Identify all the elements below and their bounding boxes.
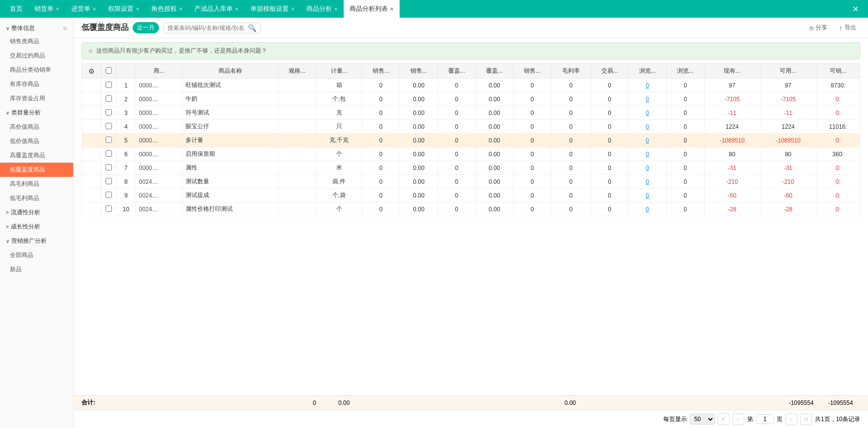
sidebar-collapse-btn[interactable]: «	[61, 24, 69, 32]
sidebar-item-category-rate[interactable]: 商品分类动销率	[0, 63, 73, 77]
col-unit[interactable]: 计量...	[316, 64, 362, 79]
last-page-btn[interactable]: N	[800, 413, 812, 425]
cell-browse1[interactable]: 0	[628, 120, 666, 134]
sidebar-item-new-goods[interactable]: 新品	[0, 262, 73, 277]
nav-close-product-analysis[interactable]: ✕	[334, 6, 338, 12]
col-cover1[interactable]: 覆盖...	[437, 64, 475, 79]
row-checkbox-1[interactable]	[106, 95, 112, 102]
sidebar-item-traded-goods[interactable]: 交易过的商品	[0, 49, 73, 63]
cell-browse1[interactable]: 0	[628, 92, 666, 106]
sidebar-item-in-stock[interactable]: 有库存商品	[0, 77, 73, 91]
nav-item-home[interactable]: 首页	[4, 0, 28, 18]
nav-close-purchase[interactable]: ✕	[92, 6, 96, 12]
col-spec[interactable]: 规格...	[278, 64, 316, 79]
share-button[interactable]: ⎋ 分享	[806, 22, 831, 34]
col-sales1[interactable]: 销售...	[362, 64, 400, 79]
cell-checkbox[interactable]	[102, 134, 116, 147]
sidebar-item-high-profit[interactable]: 高毛利商品	[0, 177, 73, 191]
cell-browse1[interactable]: 0	[628, 79, 666, 92]
sidebar-section-growth[interactable]: > 成长性分析	[0, 220, 73, 234]
col-code[interactable]: 商...	[136, 64, 183, 79]
cell-browse1[interactable]: 0	[628, 161, 666, 175]
next-page-btn[interactable]: >	[786, 413, 797, 425]
row-checkbox-0[interactable]	[106, 82, 112, 88]
sidebar-item-low-profit[interactable]: 低毛利商品	[0, 191, 73, 205]
nav-item-product-entry[interactable]: 产成品入库单 ✕	[189, 0, 244, 18]
cell-browse1[interactable]: 0	[628, 106, 666, 120]
settings-icon[interactable]: ⚙	[88, 67, 95, 75]
row-checkbox-5[interactable]	[106, 150, 112, 157]
cell-browse1[interactable]: 0	[628, 147, 666, 161]
select-all-checkbox[interactable]	[106, 67, 112, 74]
nav-item-permission[interactable]: 权限设置 ✕	[102, 0, 145, 18]
prev-page-btn[interactable]: <	[732, 413, 744, 425]
nav-item-template[interactable]: 单据模板设置 ✕	[244, 0, 300, 18]
cell-checkbox[interactable]	[102, 106, 116, 120]
col-browse2[interactable]: 浏览...	[666, 64, 704, 79]
search-icon[interactable]: 🔍	[248, 24, 256, 32]
nav-item-purchase[interactable]: 进货单 ✕	[65, 0, 102, 18]
nav-close-permission[interactable]: ✕	[136, 6, 139, 12]
col-gross-rate[interactable]: 毛利率	[551, 64, 591, 79]
sidebar-section-circulation[interactable]: > 流通性分析	[0, 205, 73, 220]
cell-browse1[interactable]: 0	[628, 175, 666, 189]
cell-browse1[interactable]: 0	[628, 202, 666, 216]
sidebar-item-sales-goods[interactable]: 销售类商品	[0, 34, 73, 49]
browse1-link[interactable]: 0	[646, 206, 649, 213]
cell-checkbox[interactable]	[102, 189, 116, 202]
row-checkbox-6[interactable]	[106, 164, 112, 171]
first-page-btn[interactable]: K	[718, 413, 730, 425]
col-name[interactable]: 商品名称	[182, 64, 278, 79]
col-stock2[interactable]: 可用...	[760, 64, 816, 79]
cell-checkbox[interactable]	[102, 92, 116, 106]
row-checkbox-7[interactable]	[106, 178, 112, 184]
nav-close-product-analysis-list[interactable]: ✕	[390, 6, 394, 12]
page-size-select[interactable]: 50 100 200	[690, 414, 715, 425]
search-input[interactable]	[167, 25, 246, 31]
sidebar-item-low-coverage[interactable]: 低覆盖度商品	[0, 163, 73, 177]
browse1-link[interactable]: 0	[646, 165, 649, 171]
col-trade[interactable]: 交易...	[591, 64, 628, 79]
col-sales2[interactable]: 销售...	[400, 64, 437, 79]
row-checkbox-4[interactable]	[106, 137, 112, 143]
sidebar-item-low-value[interactable]: 低价值商品	[0, 134, 73, 148]
browse1-link[interactable]: 0	[646, 123, 649, 130]
col-checkbox[interactable]	[102, 64, 116, 79]
col-salable[interactable]: 可销...	[816, 64, 860, 79]
cell-browse1[interactable]: 0	[628, 134, 666, 147]
sidebar-item-high-coverage[interactable]: 高覆盖度商品	[0, 148, 73, 163]
cell-checkbox[interactable]	[102, 175, 116, 189]
browse1-link[interactable]: 0	[646, 110, 649, 116]
sidebar-item-capital[interactable]: 库存资金占用	[0, 91, 73, 106]
row-checkbox-3[interactable]	[106, 123, 112, 129]
nav-item-product-analysis-list[interactable]: 商品分析列表 ✕	[344, 0, 400, 18]
browse1-link[interactable]: 0	[646, 178, 649, 185]
cell-browse1[interactable]: 0	[628, 189, 666, 202]
nav-close-product-entry[interactable]: ✕	[235, 6, 239, 12]
row-checkbox-9[interactable]	[106, 205, 112, 212]
col-cover2[interactable]: 覆盖...	[476, 64, 514, 79]
nav-close-sales[interactable]: ✕	[55, 6, 59, 12]
sidebar-section-overall[interactable]: ∨ 整体信息	[6, 24, 35, 32]
nav-close-template[interactable]: ✕	[291, 6, 295, 12]
nav-item-product-analysis[interactable]: 商品分析 ✕	[300, 0, 344, 18]
browse1-link[interactable]: 0	[646, 192, 649, 199]
cell-checkbox[interactable]	[102, 147, 116, 161]
sidebar-section-marketing[interactable]: ∨ 营销推广分析	[0, 234, 73, 248]
col-sales3[interactable]: 销售...	[514, 64, 551, 79]
nav-item-sales[interactable]: 销货单 ✕	[28, 0, 65, 18]
browse1-link[interactable]: 0	[646, 96, 649, 103]
cell-checkbox[interactable]	[102, 120, 116, 134]
col-browse1[interactable]: 浏览...	[628, 64, 666, 79]
cell-checkbox[interactable]	[102, 161, 116, 175]
sidebar-item-all-goods[interactable]: 全部商品	[0, 248, 73, 262]
sidebar-section-cluster[interactable]: ∨ 类群量分析	[0, 106, 73, 120]
current-page-input[interactable]	[756, 414, 774, 424]
row-checkbox-2[interactable]	[106, 109, 112, 115]
col-stock1[interactable]: 现有...	[704, 64, 760, 79]
nav-item-role[interactable]: 角色授权 ✕	[145, 0, 189, 18]
sidebar-item-high-value[interactable]: 高价值商品	[0, 120, 73, 134]
filter-recent-month[interactable]: 近一月	[133, 22, 159, 33]
browse1-link[interactable]: 0	[646, 82, 649, 89]
browse1-link[interactable]: 0	[646, 151, 649, 158]
